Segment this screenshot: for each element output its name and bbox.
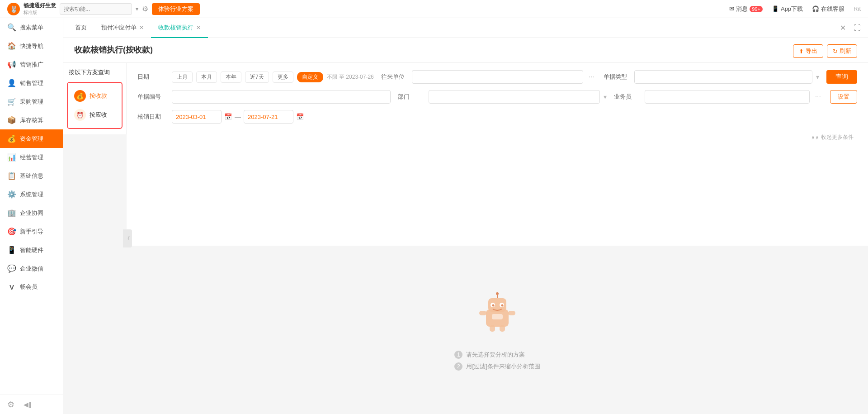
close-tab-btn[interactable]: ✕ bbox=[836, 22, 849, 34]
sidebar-label-smart-hw: 智能硬件 bbox=[20, 246, 43, 254]
date-range-separator: — bbox=[235, 113, 241, 120]
sidebar-item-operation[interactable]: 📊 经营管理 bbox=[0, 148, 63, 167]
filter-panel-wrapper: 按以下方案查询 💰 按收款 ⏰ 按应收 《 bbox=[63, 63, 127, 414]
query-button[interactable]: 查询 bbox=[826, 70, 857, 84]
settings-bottom-icon[interactable]: ⚙ bbox=[7, 400, 14, 409]
date-btn-this-month[interactable]: 本月 bbox=[196, 71, 217, 83]
top-bar: 🐰 畅捷通好生意 标准版 ▾ ⚙ 体验行业方案 ✉ 消息 99+ 📱 App下载… bbox=[0, 0, 868, 18]
export-button[interactable]: ⬆ 导出 bbox=[793, 44, 823, 58]
doc-no-input[interactable] bbox=[172, 90, 391, 104]
tab-prepay-close-icon[interactable]: ✕ bbox=[139, 24, 144, 31]
sidebar-item-enterprise[interactable]: 🏢 企业协同 bbox=[0, 204, 63, 222]
staff-label: 业务员 bbox=[614, 93, 641, 101]
page-title: 收款核销执行(按收款) bbox=[74, 44, 153, 55]
tab-receivable-close-icon[interactable]: ✕ bbox=[196, 24, 201, 31]
query-row-2: 单据编号 部门 ▾ 业务员 ··· 设置 bbox=[137, 90, 857, 104]
sidebar-item-finance[interactable]: 💰 资金管理 bbox=[0, 129, 63, 148]
sidebar-item-member[interactable]: V 畅会员 bbox=[0, 278, 63, 296]
sidebar-item-inventory[interactable]: 📦 库存核算 bbox=[0, 111, 63, 129]
message-icon: ✉ bbox=[729, 5, 734, 12]
dept-input[interactable] bbox=[429, 90, 600, 104]
settings-icon[interactable]: ⚙ bbox=[142, 5, 148, 13]
filter-option-by-receivable[interactable]: ⏰ 按应收 bbox=[71, 105, 118, 124]
collapse-sidebar-icon[interactable]: ◀‖ bbox=[24, 401, 32, 408]
sidebar-label-finance: 资金管理 bbox=[20, 135, 43, 143]
date-btn-last-7-days[interactable]: 近7天 bbox=[245, 71, 269, 83]
dept-chevron-icon[interactable]: ▾ bbox=[604, 93, 607, 100]
top-bar-right: ✉ 消息 99+ 📱 App下载 🎧 在线客服 Rit bbox=[729, 5, 861, 13]
refresh-icon: ↻ bbox=[833, 48, 838, 55]
hint-text-2: 用[过滤]条件来缩小分析范围 bbox=[466, 362, 540, 371]
sidebar-item-smart-hw[interactable]: 📱 智能硬件 bbox=[0, 241, 63, 259]
verify-date-start[interactable] bbox=[172, 110, 222, 124]
sidebar-item-quick-nav[interactable]: 🏠 快捷导航 bbox=[0, 37, 63, 55]
hint-num-1: 1 bbox=[454, 351, 462, 359]
counterpart-field: 往来单位 ··· bbox=[381, 70, 597, 84]
sales-icon: 👤 bbox=[7, 79, 16, 87]
top-search-input[interactable] bbox=[60, 3, 132, 15]
sidebar-label-enterprise: 企业协同 bbox=[20, 209, 43, 217]
doc-type-chevron-icon[interactable]: ▾ bbox=[816, 73, 819, 81]
sidebar: 🔍 搜索菜单 🏠 快捷导航 📢 营销推广 👤 销售管理 🛒 采购管理 📦 库存核… bbox=[0, 18, 63, 414]
enterprise-wx-icon: 💬 bbox=[7, 264, 16, 273]
query-row-3: 核销日期 📅 — 📅 bbox=[137, 110, 857, 124]
settings-button[interactable]: 设置 bbox=[830, 90, 857, 104]
marketing-icon: 📢 bbox=[7, 60, 16, 69]
filter-option-by-receipt[interactable]: 💰 按收款 bbox=[71, 86, 118, 105]
sidebar-item-search-menu[interactable]: 🔍 搜索菜单 bbox=[0, 18, 63, 37]
date-btn-custom[interactable]: 自定义 bbox=[297, 72, 323, 82]
staff-dots-icon[interactable]: ··· bbox=[813, 93, 823, 101]
app-download-action[interactable]: 📱 App下载 bbox=[772, 5, 803, 13]
industry-btn[interactable]: 体验行业方案 bbox=[152, 3, 200, 15]
dept-field: 部门 ▾ bbox=[398, 90, 607, 104]
counterpart-dots-icon[interactable]: ··· bbox=[587, 73, 596, 81]
svg-rect-11 bbox=[500, 325, 505, 332]
filter-option-by-receipt-label: 按收款 bbox=[90, 92, 107, 100]
sidebar-item-system[interactable]: ⚙️ 系统管理 bbox=[0, 185, 63, 204]
sidebar-label-basic-info: 基础信息 bbox=[20, 172, 43, 180]
sidebar-item-beginner[interactable]: 🎯 新手引导 bbox=[0, 222, 63, 241]
inventory-icon: 📦 bbox=[7, 116, 16, 124]
main-content: 首页 预付冲应付单 ✕ 收款核销执行 ✕ ✕ ⛶ 收款核销执行(按收款) ⬆ 导… bbox=[63, 18, 868, 414]
sidebar-item-marketing[interactable]: 📢 营销推广 bbox=[0, 55, 63, 74]
search-chevron-icon[interactable]: ▾ bbox=[136, 6, 138, 12]
tab-prepay-offset[interactable]: 预付冲应付单 ✕ bbox=[94, 18, 151, 38]
empty-hint-2: 2 用[过滤]条件来缩小分析范围 bbox=[454, 362, 540, 371]
user-info[interactable]: Rit bbox=[854, 5, 861, 12]
tab-bar: 首页 预付冲应付单 ✕ 收款核销执行 ✕ ✕ ⛶ bbox=[63, 18, 868, 38]
sidebar-item-sales[interactable]: 👤 销售管理 bbox=[0, 74, 63, 92]
counterpart-input[interactable] bbox=[412, 70, 583, 84]
sidebar-item-purchase[interactable]: 🛒 采购管理 bbox=[0, 92, 63, 111]
brand-name: 畅捷通好生意 bbox=[24, 2, 56, 10]
date-btn-more[interactable]: 更多 bbox=[273, 71, 293, 83]
tab-home[interactable]: 首页 bbox=[68, 18, 94, 38]
calendar-start-icon[interactable]: 📅 bbox=[224, 113, 232, 120]
sidebar-item-basic-info[interactable]: 📋 基础信息 bbox=[0, 167, 63, 185]
sidebar-label-beginner: 新手引导 bbox=[20, 228, 43, 236]
staff-input[interactable] bbox=[645, 90, 810, 104]
doc-type-input[interactable] bbox=[634, 70, 812, 84]
tab-receivable-offset[interactable]: 收款核销执行 ✕ bbox=[151, 18, 208, 38]
empty-illustration bbox=[475, 289, 520, 334]
empty-hints: 1 请先选择要分析的方案 2 用[过滤]条件来缩小分析范围 bbox=[454, 351, 540, 371]
basic-info-icon: 📋 bbox=[7, 171, 16, 180]
enterprise-icon: 🏢 bbox=[7, 209, 16, 217]
collapse-filter-btn[interactable]: 《 bbox=[123, 229, 132, 247]
date-btn-last-month[interactable]: 上月 bbox=[172, 71, 193, 83]
svg-point-4 bbox=[492, 305, 495, 307]
search-icon: 🔍 bbox=[7, 23, 16, 32]
maximize-btn[interactable]: ⛶ bbox=[851, 22, 863, 34]
tab-prepay-offset-label: 预付冲应付单 bbox=[101, 24, 137, 32]
empty-state: 1 请先选择要分析的方案 2 用[过滤]条件来缩小分析范围 bbox=[127, 246, 868, 414]
message-action[interactable]: ✉ 消息 99+ bbox=[729, 5, 763, 13]
verify-date-end[interactable] bbox=[244, 110, 293, 124]
collapse-conditions-btn[interactable]: ∧∧ 收起更多条件 bbox=[807, 132, 857, 143]
refresh-button[interactable]: ↻ 刷新 bbox=[827, 44, 857, 58]
date-btn-this-year[interactable]: 本年 bbox=[221, 71, 241, 83]
dept-label: 部门 bbox=[398, 93, 425, 101]
online-service-action[interactable]: 🎧 在线客服 bbox=[812, 5, 844, 13]
headset-icon: 🎧 bbox=[812, 5, 819, 12]
calendar-end-icon[interactable]: 📅 bbox=[296, 113, 304, 120]
svg-point-7 bbox=[496, 292, 499, 295]
sidebar-item-enterprise-wx[interactable]: 💬 企业微信 bbox=[0, 259, 63, 278]
